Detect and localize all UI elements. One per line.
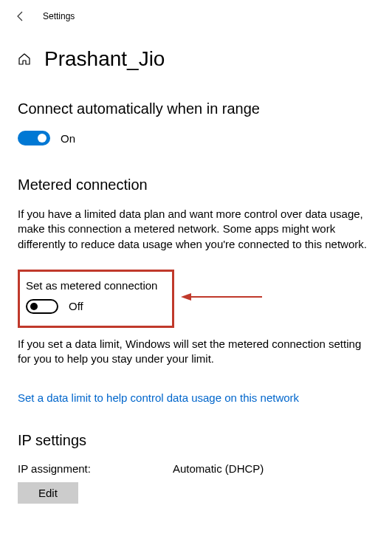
page-title: Prashant_Jio (44, 47, 165, 71)
metered-state-label: Off (69, 300, 83, 312)
ip-assignment-label: IP assignment: (18, 462, 173, 475)
data-limit-link[interactable]: Set a data limit to help control data us… (18, 391, 299, 404)
titlebar-label: Settings (43, 11, 75, 21)
metered-toggle-label: Set as metered connection (26, 279, 166, 292)
section-heading-metered: Metered connection (18, 176, 374, 193)
ip-edit-button[interactable]: Edit (18, 482, 78, 504)
ip-assignment-value: Automatic (DHCP) (173, 462, 264, 475)
auto-connect-toggle[interactable] (18, 131, 50, 145)
ip-assignment-row: IP assignment: Automatic (DHCP) (18, 462, 374, 475)
page-header: Prashant_Jio (0, 28, 392, 77)
auto-connect-state-label: On (61, 132, 75, 145)
metered-toggle-row: Off (26, 299, 166, 314)
annotation-highlight-box: Set as metered connection Off (18, 270, 174, 328)
section-heading-ip: IP settings (18, 432, 374, 449)
home-icon (18, 52, 31, 66)
metered-toggle[interactable] (26, 299, 58, 314)
auto-connect-toggle-row: On (18, 131, 374, 145)
titlebar: Settings (0, 0, 392, 28)
svg-marker-1 (181, 293, 191, 301)
section-heading-auto-connect: Connect automatically when in range (18, 100, 374, 117)
annotation-arrow-icon (181, 291, 262, 303)
metered-description: If you have a limited data plan and want… (18, 207, 374, 252)
back-arrow-icon[interactable] (15, 10, 27, 22)
metered-below-text: If you set a data limit, Windows will se… (18, 337, 374, 367)
